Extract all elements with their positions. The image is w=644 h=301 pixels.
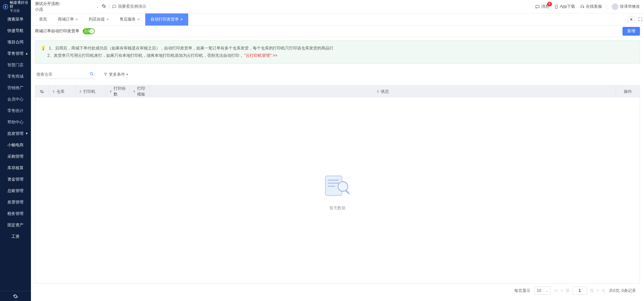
support-label: 在线客服 xyxy=(586,4,602,9)
th-template[interactable]: ▲▼打印模板 xyxy=(129,85,150,98)
sidebar-item-ledger[interactable]: 总账管理 xyxy=(0,185,31,196)
sidebar-sub-mall[interactable]: 零售商城 xyxy=(0,71,31,82)
sidebar-item-funds[interactable]: 资金管理 xyxy=(0,174,31,185)
pagination: 每页显示 10 ⌄ |< < 第 页 > >| 共0页, 0条记录 xyxy=(35,284,640,298)
sidebar-item-retail[interactable]: 零售管理▲ xyxy=(0,48,31,59)
headset-icon xyxy=(580,4,585,9)
logo-area: 畅捷通好业财 专业版 xyxy=(0,0,31,13)
more-filters-button[interactable]: 更多条件 ▾ xyxy=(104,72,128,77)
last-page-button[interactable]: >| xyxy=(602,288,605,293)
page-size-select[interactable]: 10 ⌄ xyxy=(534,287,551,295)
org-settings-button[interactable] xyxy=(102,4,106,9)
tab-home[interactable]: 首页 xyxy=(34,13,52,26)
sidebar-sub-stats[interactable]: 零售统计 xyxy=(0,105,31,116)
page-input[interactable] xyxy=(572,287,587,295)
tab-label: 售后服务 xyxy=(120,16,136,22)
sidebar-item-purchase[interactable]: 采购管理 xyxy=(0,151,31,162)
tabs-overflow-button[interactable]: ✕ xyxy=(628,16,635,23)
support-button[interactable]: 在线客服 xyxy=(580,4,602,9)
gear-icon xyxy=(13,294,18,299)
th-settings[interactable] xyxy=(35,85,49,98)
th-status[interactable]: ▲▼状态 xyxy=(150,85,616,98)
sidebar-item-salary[interactable]: 工资 xyxy=(0,231,31,242)
sidebar-item-project[interactable]: 项目合同 xyxy=(0,36,31,48)
add-button[interactable]: 新增 xyxy=(622,27,640,36)
sort-icon[interactable]: ▲▼ xyxy=(79,90,82,93)
tab-label: 商城订单 xyxy=(58,16,74,22)
tabs: 首页 商城订单✕ 到店自提✕ 售后服务✕ 自动打印发货单✕ ✕ xyxy=(31,13,644,26)
svg-rect-2 xyxy=(555,5,557,8)
gear-icon xyxy=(40,89,44,94)
gear-icon xyxy=(102,4,106,8)
sidebar-item-tax[interactable]: 税务管理 xyxy=(0,208,31,219)
tab-autoprint[interactable]: 自动打印发货单✕ xyxy=(145,13,188,26)
close-icon[interactable]: ✕ xyxy=(137,17,140,21)
th-warehouse[interactable]: ▲▼仓库 xyxy=(49,85,76,98)
sort-icon[interactable]: ▲▼ xyxy=(52,90,55,93)
fullscreen-button[interactable] xyxy=(638,17,643,23)
sidebar: 畅捷通好业财 专业版 搜索菜单 快捷导航 项目合同 零售管理▲ 智慧门店 零售商… xyxy=(0,0,31,301)
sidebar-search[interactable]: 搜索菜单 xyxy=(0,13,31,25)
user-menu[interactable]: 徐泽华修改 xyxy=(612,3,640,10)
sidebar-item-inventory[interactable]: 库存核算 xyxy=(0,162,31,174)
search-icon[interactable] xyxy=(89,72,94,77)
sidebar-sub-smartstore[interactable]: 智慧门店 xyxy=(0,59,31,71)
info-line2: 2、发货单只可用云打印机来打，如果只有本地打印机，须将本地打印机添加为云打印机，… xyxy=(47,53,243,58)
toggle-knob xyxy=(89,29,94,34)
sidebar-item-label: 库存核算 xyxy=(7,165,24,171)
sort-icon[interactable]: ▲▼ xyxy=(109,90,112,93)
demo-link[interactable]: 我要看实例演示 xyxy=(112,4,146,9)
mobile-icon xyxy=(554,4,559,9)
sidebar-item-invoice[interactable]: 发票管理 xyxy=(0,196,31,208)
topbar: 测试分开流程-小况 ⌄ 我要看实例演示 消息 8 xyxy=(31,0,644,13)
chevron-down-icon: ⌄ xyxy=(96,5,99,8)
sidebar-sub-help[interactable]: 帮助中心 xyxy=(0,116,31,128)
first-page-button[interactable]: |< xyxy=(555,288,558,293)
sidebar-settings[interactable] xyxy=(0,291,31,301)
brand-name: 畅捷通好业财 xyxy=(10,0,28,8)
warehouse-search-input[interactable] xyxy=(35,70,95,79)
cloud-printer-link[interactable]: "云打印机管理" >> xyxy=(244,53,277,58)
svg-rect-6 xyxy=(328,183,338,184)
messages-button[interactable]: 消息 8 xyxy=(535,4,549,9)
tab-pickup[interactable]: 到店自提✕ xyxy=(83,13,114,26)
th-label: 打印模板 xyxy=(137,86,146,97)
sidebar-sub-marketing[interactable]: 营销推广 xyxy=(0,82,31,93)
sidebar-sub-member[interactable]: 会员中心 xyxy=(0,93,31,105)
sidebar-item-assets[interactable]: 固定资产 xyxy=(0,219,31,231)
subheader-title: 商城订单自动打印发货单 xyxy=(35,28,79,34)
th-copies[interactable]: ▲▼打印份数 xyxy=(106,85,129,98)
empty-illustration-icon xyxy=(319,170,356,200)
avatar-icon xyxy=(612,3,618,10)
tab-mall-orders[interactable]: 商城订单✕ xyxy=(52,13,83,26)
enable-toggle[interactable]: 启用 xyxy=(83,28,95,34)
svg-point-3 xyxy=(90,73,92,75)
content: 💡 1、启用后，商城下单付款成功后（如果有审核是在审核之后），自动打印发货单，如… xyxy=(31,37,644,301)
th-label: 状态 xyxy=(381,89,389,95)
next-page-button[interactable]: > xyxy=(597,288,599,293)
message-icon xyxy=(535,4,540,9)
divider xyxy=(607,4,607,10)
close-icon[interactable]: ✕ xyxy=(180,17,183,21)
app-download-button[interactable]: App下载 xyxy=(554,4,575,9)
sort-icon[interactable]: ▲▼ xyxy=(376,90,379,93)
sidebar-item-wholesale[interactable]: 批发管理▼ xyxy=(0,128,31,139)
sidebar-item-ecom[interactable]: 小畅电商 xyxy=(0,139,31,151)
close-icon[interactable]: ✕ xyxy=(106,17,109,21)
per-page-label: 每页显示 xyxy=(514,288,530,294)
tab-label: 到店自提 xyxy=(89,16,105,22)
app-download-label: App下载 xyxy=(560,4,575,9)
th-label: 打印机 xyxy=(83,89,95,95)
tab-aftersale[interactable]: 售后服务✕ xyxy=(114,13,145,26)
prev-page-button[interactable]: < xyxy=(561,288,563,293)
divider xyxy=(109,4,109,10)
tab-label: 首页 xyxy=(39,16,47,22)
sidebar-item-label: 采购管理 xyxy=(7,154,24,159)
th-printer[interactable]: ▲▼打印机 xyxy=(76,85,106,98)
org-dropdown[interactable]: 测试分开流程-小况 ⌄ xyxy=(35,1,99,12)
svg-rect-1 xyxy=(535,5,539,7)
sidebar-quicknav[interactable]: 快捷导航 xyxy=(0,25,31,36)
close-icon[interactable]: ✕ xyxy=(75,17,78,21)
svg-rect-7 xyxy=(328,186,335,187)
sort-icon[interactable]: ▲▼ xyxy=(133,90,136,93)
